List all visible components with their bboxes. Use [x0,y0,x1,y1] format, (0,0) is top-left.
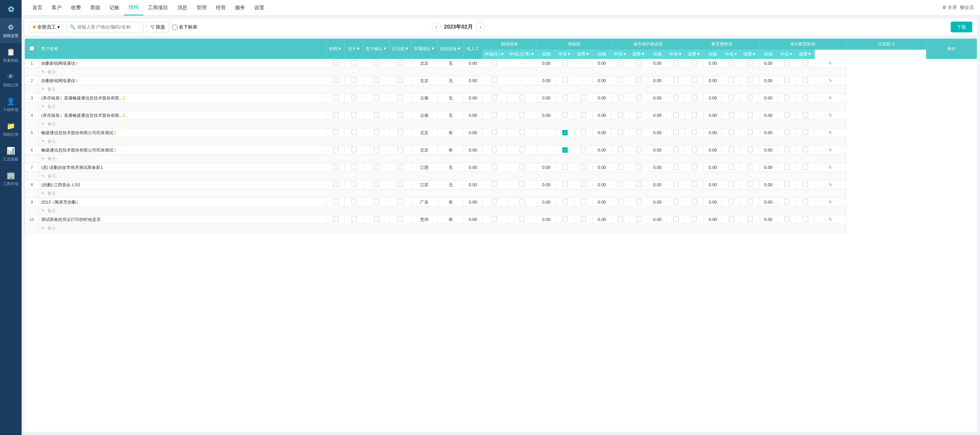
chaoshui-cell[interactable] [326,146,345,155]
edu-shen-cell[interactable] [667,180,685,189]
unchecked-box[interactable] [398,112,403,118]
qingka-cell[interactable] [345,94,363,103]
edu-jiao-cell[interactable] [685,163,704,172]
edu-jiao-cell[interactable] [685,76,704,85]
qingka-cell[interactable] [345,59,363,68]
sidebar-item-geshuishenbao[interactable]: 👤 个税申报 [0,93,22,117]
prev-month-button[interactable]: ‹ [432,22,441,32]
fin-year-cell[interactable] [482,128,507,137]
city-jiao-cell[interactable] [630,215,648,224]
unchecked-box[interactable] [692,199,697,204]
edu-jiao-cell[interactable] [685,111,704,120]
unchecked-box[interactable] [673,60,679,66]
stamp-jiao-cell[interactable] [796,180,815,189]
unchecked-box[interactable] [618,199,623,204]
unchecked-box[interactable] [692,182,697,187]
vat-shen-cell[interactable] [556,215,574,224]
chaoshui-cell[interactable] [326,59,345,68]
unchecked-box[interactable] [351,216,357,222]
stamp-jiao-cell[interactable] [796,59,815,68]
qingka-cell[interactable] [345,198,363,207]
unchecked-box[interactable] [673,112,679,118]
stamp-shen-cell[interactable] [778,163,796,172]
edit-icon[interactable]: ✎ [829,200,832,204]
unchecked-box[interactable] [803,95,808,100]
unchecked-box[interactable] [692,147,697,152]
unchecked-box[interactable] [692,216,697,222]
unchecked-box[interactable] [519,216,525,222]
unchecked-box[interactable] [374,95,379,100]
stamp-shen-cell[interactable] [778,76,796,85]
vat-shen-cell[interactable]: ✓ [556,128,574,137]
unchecked-box[interactable] [519,147,525,152]
stamp-jiao-cell[interactable] [796,128,815,137]
unchecked-box[interactable] [562,164,568,170]
unchecked-box[interactable] [333,60,338,66]
chaoshui-cell[interactable] [326,215,345,224]
unchecked-box[interactable] [351,182,357,187]
unchecked-box[interactable] [692,95,697,100]
operation-cell[interactable]: ✎ [815,94,846,103]
vat-jiao-cell[interactable] [574,163,593,172]
fin-year-cell[interactable] [482,146,507,155]
unchecked-box[interactable] [492,112,497,118]
unchecked-box[interactable] [673,199,679,204]
city-jiao-cell[interactable] [630,111,648,120]
unchecked-box[interactable] [581,164,586,170]
download-button[interactable]: 下载 [951,22,972,32]
unchecked-box[interactable] [581,216,586,222]
vat-shen-cell[interactable] [556,163,574,172]
confirm-cell[interactable] [363,59,390,68]
confirm-cell[interactable] [363,94,390,103]
unchecked-box[interactable] [803,147,808,152]
unchecked-box[interactable] [636,199,642,204]
unchecked-box[interactable] [351,95,357,100]
stamp-shen-cell[interactable] [778,59,796,68]
stamp-jiao-cell[interactable] [796,215,815,224]
unchecked-box[interactable] [562,78,568,83]
paid-cell[interactable] [390,59,412,68]
chaoshui-cell[interactable] [326,111,345,120]
unchecked-box[interactable] [492,182,497,187]
local-shen-cell[interactable] [722,111,741,120]
warning-icon[interactable]: ℹ [76,78,77,83]
edit-icon[interactable]: ✎ [829,130,832,135]
unchecked-box[interactable] [351,112,357,118]
unchecked-box[interactable] [784,199,790,204]
local-shen-cell[interactable] [722,128,741,137]
unchecked-box[interactable] [636,60,642,66]
edit-icon[interactable]: ✎ [829,217,832,222]
unchecked-box[interactable] [374,182,379,187]
select-all-checkbox[interactable] [29,46,34,51]
city-jiao-cell[interactable] [630,198,648,207]
edit-icon[interactable]: ✎ [829,148,832,152]
edu-shen-cell[interactable] [667,111,685,120]
operation-cell[interactable]: ✎ [815,180,846,189]
city-jiao-cell[interactable] [630,128,648,137]
sidebar-item-gongshangnianbaio[interactable]: 🏢 工商年报 [0,167,22,191]
local-shen-cell[interactable] [722,76,741,85]
unchecked-box[interactable] [333,199,338,204]
unchecked-box[interactable] [333,164,338,170]
unchecked-box[interactable] [351,164,357,170]
unchecked-box[interactable] [374,199,379,204]
unchecked-box[interactable] [562,182,568,187]
unchecked-box[interactable] [747,95,753,100]
unchecked-box[interactable] [519,95,525,100]
fin-year-cell[interactable] [482,163,507,172]
search-box[interactable]: 🔍 [66,22,143,32]
unchecked-box[interactable] [747,130,753,135]
vat-shen-cell[interactable] [556,198,574,207]
unchecked-box[interactable] [636,95,642,100]
local-jiao-cell[interactable] [741,94,759,103]
edit-icon[interactable]: ✎ [829,113,832,118]
confirm-cell[interactable] [363,128,390,137]
unchecked-box[interactable] [673,216,679,222]
local-shen-cell[interactable] [722,59,741,68]
unchecked-box[interactable] [618,60,623,66]
paid-cell[interactable] [390,163,412,172]
confirm-cell[interactable] [363,198,390,207]
unchecked-box[interactable] [747,164,753,170]
local-jiao-cell[interactable] [741,198,759,207]
unchecked-box[interactable] [803,130,808,135]
